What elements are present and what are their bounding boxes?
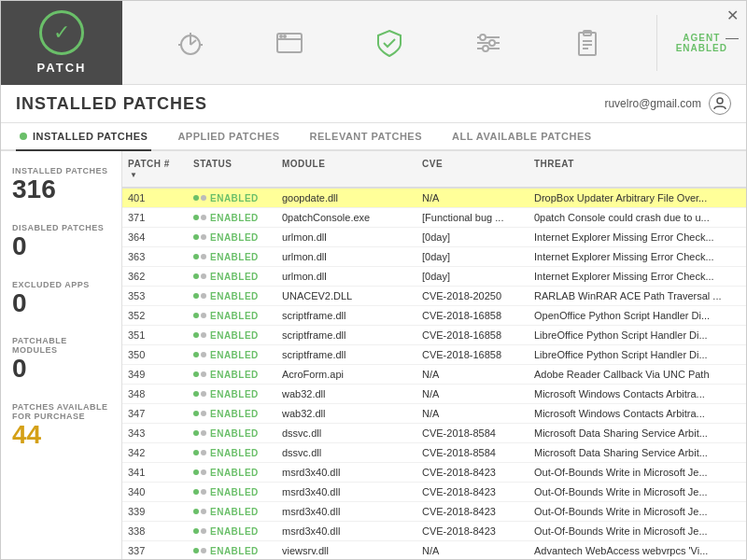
user-info: ruvelro@gmail.com bbox=[604, 92, 731, 115]
table-row[interactable]: 353 ENABLED UNACEV2.DLL CVE-2018-20250 R… bbox=[122, 287, 746, 306]
tab-relevant-patches[interactable]: RELEVANT PATCHES bbox=[306, 123, 426, 151]
tab-all-label: ALL AVAILABLE PATCHES bbox=[452, 131, 592, 142]
nav-clipboard-icon[interactable] bbox=[564, 20, 611, 66]
status-text-17: ENABLED bbox=[210, 526, 259, 537]
cell-status-7: ENABLED bbox=[188, 327, 276, 344]
cell-status-5: ENABLED bbox=[188, 287, 276, 305]
stat-available-value: 44 bbox=[12, 421, 110, 450]
cell-patch-0: 401 bbox=[122, 189, 188, 207]
cell-patch-8: 350 bbox=[122, 345, 188, 364]
status-text-15: ENABLED bbox=[210, 487, 259, 497]
cell-cve-9: N/A bbox=[416, 365, 529, 384]
nav-browser-icon[interactable] bbox=[266, 20, 313, 66]
table-row[interactable]: 337 ENABLED viewsrv.dll N/A Advantech We… bbox=[122, 541, 746, 559]
stat-installed-value: 316 bbox=[12, 175, 110, 204]
nav-shield-icon[interactable] bbox=[366, 20, 413, 66]
status-indicator-9 bbox=[193, 371, 206, 377]
table-row[interactable]: 338 ENABLED msrd3x40.dll CVE-2018-8423 O… bbox=[122, 522, 746, 541]
cell-patch-14: 341 bbox=[122, 463, 188, 482]
cell-cve-14: CVE-2018-8423 bbox=[416, 463, 529, 482]
table-row[interactable]: 340 ENABLED msrd3x40.dll CVE-2018-8423 O… bbox=[122, 483, 746, 502]
agent-label: AGENT bbox=[683, 33, 720, 43]
col-cve[interactable]: CVE bbox=[416, 151, 529, 187]
status-indicator-5 bbox=[193, 293, 206, 299]
table-row[interactable]: 349 ENABLED AcroForm.api N/A Adobe Reade… bbox=[122, 365, 746, 385]
status-text-16: ENABLED bbox=[210, 507, 259, 517]
cell-status-2: ENABLED bbox=[188, 229, 276, 246]
cell-patch-12: 343 bbox=[122, 424, 188, 442]
cell-module-8: scriptframe.dll bbox=[276, 345, 416, 364]
agent-status: ENABLED bbox=[676, 43, 727, 53]
status-dot-gray-0 bbox=[201, 195, 206, 201]
cell-module-9: AcroForm.api bbox=[276, 365, 416, 384]
tab-all-patches[interactable]: ALL AVAILABLE PATCHES bbox=[448, 123, 596, 151]
table-row[interactable]: 351 ENABLED scriptframe.dll CVE-2018-168… bbox=[122, 326, 746, 345]
cell-module-16: msrd3x40.dll bbox=[276, 502, 416, 521]
table-row[interactable]: 362 ENABLED urlmon.dll [0day] Internet E… bbox=[122, 267, 746, 287]
cell-module-7: scriptframe.dll bbox=[276, 326, 416, 344]
table-row[interactable]: 348 ENABLED wab32.dll N/A Microsoft Wind… bbox=[122, 385, 746, 404]
logo-circle: ✓ bbox=[39, 10, 84, 55]
status-indicator-12 bbox=[193, 430, 206, 436]
tab-bar: INSTALLED PATCHES APPLIED PATCHES RELEVA… bbox=[1, 123, 746, 151]
cell-threat-9: Adobe Reader Callback Via UNC Path bbox=[529, 365, 746, 384]
table-row[interactable]: 347 ENABLED wab32.dll N/A Microsoft Wind… bbox=[122, 404, 746, 424]
col-status[interactable]: STATUS bbox=[188, 151, 276, 187]
cell-module-1: 0patchConsole.exe bbox=[276, 208, 416, 227]
table-row[interactable]: 401 ENABLED goopdate.dll N/A DropBox Upd… bbox=[122, 189, 746, 208]
col-module[interactable]: MODULE bbox=[276, 151, 416, 187]
status-text-13: ENABLED bbox=[210, 448, 259, 458]
tab-dot-installed bbox=[20, 133, 27, 140]
svg-point-13 bbox=[483, 46, 488, 51]
table-row[interactable]: 342 ENABLED dssvc.dll CVE-2018-8584 Micr… bbox=[122, 443, 746, 463]
table-row[interactable]: 339 ENABLED msrd3x40.dll CVE-2018-8423 O… bbox=[122, 502, 746, 522]
status-dot-green-12 bbox=[193, 430, 199, 436]
status-text-0: ENABLED bbox=[210, 193, 259, 203]
tab-installed-patches[interactable]: INSTALLED PATCHES bbox=[16, 123, 151, 151]
cell-status-4: ENABLED bbox=[188, 268, 276, 286]
cell-patch-5: 353 bbox=[122, 287, 188, 305]
nav-dashboard-icon[interactable] bbox=[167, 20, 214, 66]
user-avatar-icon[interactable] bbox=[709, 92, 731, 115]
stat-disabled-value: 0 bbox=[12, 232, 110, 261]
status-dot-gray-18 bbox=[201, 548, 206, 553]
svg-point-6 bbox=[280, 35, 282, 37]
col-threat[interactable]: THREAT bbox=[529, 151, 746, 187]
minimize-button[interactable]: — bbox=[726, 31, 739, 44]
table-row[interactable]: 363 ENABLED urlmon.dll [0day] Internet E… bbox=[122, 247, 746, 267]
close-button[interactable]: ✕ bbox=[726, 8, 739, 23]
table-row[interactable]: 364 ENABLED urlmon.dll [0day] Internet E… bbox=[122, 228, 746, 247]
cell-cve-13: CVE-2018-8584 bbox=[416, 443, 529, 462]
cell-patch-10: 348 bbox=[122, 385, 188, 403]
cell-threat-2: Internet Explorer Missing Error Check... bbox=[529, 228, 746, 246]
status-dot-gray-1 bbox=[201, 215, 206, 220]
col-patch[interactable]: PATCH # ▼ bbox=[122, 151, 188, 187]
cell-status-10: ENABLED bbox=[188, 385, 276, 403]
stat-patchable-label: PATCHABLE MODULES bbox=[12, 336, 110, 355]
status-indicator-1 bbox=[193, 215, 206, 220]
status-dot-green-4 bbox=[193, 273, 199, 279]
table-row[interactable]: 343 ENABLED dssvc.dll CVE-2018-8584 Micr… bbox=[122, 424, 746, 443]
table-body[interactable]: 401 ENABLED goopdate.dll N/A DropBox Upd… bbox=[122, 189, 746, 559]
cell-module-10: wab32.dll bbox=[276, 385, 416, 403]
status-indicator-17 bbox=[193, 528, 206, 534]
status-dot-green-2 bbox=[193, 234, 199, 240]
cell-patch-3: 363 bbox=[122, 247, 188, 266]
tab-applied-patches[interactable]: APPLIED PATCHES bbox=[174, 123, 283, 151]
status-dot-gray-14 bbox=[201, 469, 206, 475]
nav-settings-icon[interactable] bbox=[465, 20, 512, 66]
cell-patch-2: 364 bbox=[122, 228, 188, 246]
table-row[interactable]: 371 ENABLED 0patchConsole.exe [Functiona… bbox=[122, 208, 746, 228]
status-dot-green-14 bbox=[193, 469, 199, 475]
table-row[interactable]: 352 ENABLED scriptframe.dll CVE-2018-168… bbox=[122, 306, 746, 326]
table-row[interactable]: 341 ENABLED msrd3x40.dll CVE-2018-8423 O… bbox=[122, 463, 746, 483]
cell-threat-16: Out-Of-Bounds Write in Microsoft Je... bbox=[529, 502, 746, 521]
svg-point-12 bbox=[489, 40, 495, 46]
cell-cve-4: [0day] bbox=[416, 267, 529, 286]
cell-cve-11: N/A bbox=[416, 404, 529, 423]
status-text-7: ENABLED bbox=[210, 330, 259, 341]
table-row[interactable]: 350 ENABLED scriptframe.dll CVE-2018-168… bbox=[122, 345, 746, 365]
logo-text: PATCH bbox=[37, 61, 87, 75]
status-indicator-7 bbox=[193, 332, 206, 338]
cell-patch-6: 352 bbox=[122, 306, 188, 325]
